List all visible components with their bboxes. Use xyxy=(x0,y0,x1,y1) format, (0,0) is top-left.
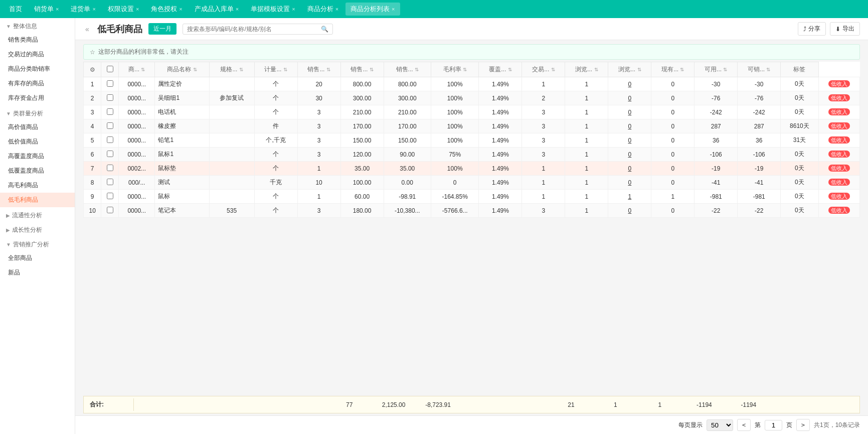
row-checkbox[interactable] xyxy=(107,207,113,213)
cell-name[interactable]: 橡皮擦 xyxy=(155,119,209,133)
select-all-checkbox[interactable] xyxy=(107,66,113,72)
sidebar-group-circulation[interactable]: ▶ 流通性分析 xyxy=(0,207,75,222)
cell-browse1[interactable]: 0 xyxy=(608,77,651,91)
nav-close-template[interactable]: × xyxy=(292,6,295,12)
cell-name[interactable]: 测试 xyxy=(155,176,209,190)
th-unit[interactable]: 计量... ⇅ xyxy=(254,62,297,77)
th-trade[interactable]: 交易... ⇅ xyxy=(522,62,565,77)
nav-roles[interactable]: 角色授权 × xyxy=(146,3,187,16)
sidebar-item-category-rate[interactable]: 商品分类助销率 xyxy=(0,62,75,76)
row-checkbox[interactable] xyxy=(107,122,113,129)
sidebar-group-cluster[interactable]: ▼ 类群量分析 xyxy=(0,105,75,120)
nav-close-purchase[interactable]: × xyxy=(92,6,95,12)
sidebar-item-high-value[interactable]: 高价值商品 xyxy=(0,120,75,134)
sidebar-item-low-coverage[interactable]: 低覆盖度商品 xyxy=(0,164,75,178)
sidebar-item-sales-goods[interactable]: 销售类商品 xyxy=(0,33,75,47)
sidebar-item-new-goods[interactable]: 新品 xyxy=(0,265,75,280)
cell-browse1[interactable]: 0 xyxy=(608,105,651,119)
nav-close-goods-analysis[interactable]: × xyxy=(335,6,338,12)
nav-goods-analysis-list[interactable]: 商品分析列表 × xyxy=(345,3,400,16)
per-page-select[interactable]: 50 100 200 xyxy=(707,419,733,431)
th-coverage[interactable]: 覆盖... ⇅ xyxy=(479,62,522,77)
nav-permissions[interactable]: 权限设置 × xyxy=(103,3,144,16)
row-checkbox[interactable] xyxy=(107,108,113,115)
sidebar-group-marketing[interactable]: ▼ 营销推广分析 xyxy=(0,236,75,251)
row-checkbox[interactable] xyxy=(107,94,113,101)
nav-finished-goods[interactable]: 产成品入库单 × xyxy=(190,3,244,16)
th-code[interactable]: 商... ⇅ xyxy=(119,62,155,77)
sidebar-item-low-value[interactable]: 低价值商品 xyxy=(0,134,75,149)
table-header-row: ⚙ 商... ⇅ 商品名称 ⇅ 规格... ⇅ 计量... ⇅ 销售... ⇅ … xyxy=(84,62,860,77)
row-checkbox[interactable] xyxy=(107,151,113,157)
cell-browse1[interactable]: 0 xyxy=(608,176,651,190)
sidebar-collapse-button[interactable]: « xyxy=(83,24,91,34)
th-sale-amt[interactable]: 销售... ⇅ xyxy=(340,62,384,77)
sidebar-item-in-stock[interactable]: 有库存的商品 xyxy=(0,76,75,91)
cell-browse1[interactable]: 0 xyxy=(608,133,651,148)
nav-close-roles[interactable]: × xyxy=(179,6,182,12)
nav-sales[interactable]: 销货单 × xyxy=(29,3,64,16)
sidebar-item-all-goods[interactable]: 全部商品 xyxy=(0,251,75,265)
next-page-button[interactable]: ＞ xyxy=(796,419,810,431)
th-settings[interactable]: ⚙ xyxy=(84,62,101,77)
cell-name[interactable]: 鼠标1 xyxy=(155,148,209,162)
th-avail[interactable]: 可用... ⇅ xyxy=(695,62,738,77)
th-tag[interactable]: 标签 xyxy=(781,62,818,77)
cell-name[interactable]: 笔记本 xyxy=(155,204,209,218)
sidebar-item-traded-goods[interactable]: 交易过的商品 xyxy=(0,47,75,62)
cell-name[interactable]: 吴细细1 xyxy=(155,91,209,105)
cell-name[interactable]: 属性定价 xyxy=(155,77,209,91)
th-gross-rate[interactable]: 毛利率 ⇅ xyxy=(431,62,478,77)
prev-page-button[interactable]: ＜ xyxy=(737,419,751,431)
nav-close-goods-analysis-list[interactable]: × xyxy=(392,6,395,12)
cell-browse1[interactable]: 0 xyxy=(608,148,651,162)
footer-empty-7 xyxy=(504,399,549,410)
sidebar-group-overall[interactable]: ▼ 整体信息 xyxy=(0,18,75,33)
th-browse2[interactable]: 浏览... ⇅ xyxy=(608,62,651,77)
top-nav: 首页 销货单 × 进货单 × 权限设置 × 角色授权 × 产成品入库单 × 单据… xyxy=(0,0,868,18)
th-saleable[interactable]: 可销... ⇅ xyxy=(738,62,781,77)
sidebar-item-high-margin[interactable]: 高毛利商品 xyxy=(0,178,75,193)
th-spec[interactable]: 规格... ⇅ xyxy=(209,62,254,77)
row-checkbox[interactable] xyxy=(107,179,113,185)
footer-stock: -1194 xyxy=(682,399,726,410)
sidebar-group-growth[interactable]: ▶ 成长性分析 xyxy=(0,222,75,236)
nav-close-permissions[interactable]: × xyxy=(136,6,139,12)
nav-close-sales[interactable]: × xyxy=(56,6,59,12)
th-sale-qty[interactable]: 销售... ⇅ xyxy=(297,62,340,77)
cell-browse1[interactable]: 0 xyxy=(608,204,651,218)
filter-recent-month-button[interactable]: 近一月 xyxy=(148,23,177,35)
th-sale-amt2[interactable]: 销售... ⇅ xyxy=(384,62,431,77)
search-icon[interactable]: 🔍 xyxy=(321,26,328,33)
cell-name[interactable]: 鼠标 xyxy=(155,190,209,204)
cell-name[interactable]: 电话机 xyxy=(155,105,209,119)
cell-name[interactable]: 鼠标垫 xyxy=(155,162,209,176)
row-checkbox[interactable] xyxy=(107,80,113,87)
export-button[interactable]: ⬇ 导出 xyxy=(830,22,860,36)
cell-checkbox xyxy=(101,162,119,176)
sidebar-item-stock-capital[interactable]: 库存资金占用 xyxy=(0,91,75,105)
nav-close-finished-goods[interactable]: × xyxy=(236,6,239,12)
th-stock[interactable]: 现有... ⇅ xyxy=(651,62,695,77)
sidebar-item-high-coverage[interactable]: 高覆盖度商品 xyxy=(0,149,75,164)
cell-avail: -76 xyxy=(738,91,781,105)
row-checkbox[interactable] xyxy=(107,165,113,171)
nav-purchase[interactable]: 进货单 × xyxy=(66,3,100,16)
share-button[interactable]: ⤴ 分享 xyxy=(798,22,826,36)
cell-browse1[interactable]: 1 xyxy=(608,190,651,204)
cell-browse2: 0 xyxy=(651,119,695,133)
search-input[interactable] xyxy=(187,26,318,33)
nav-template[interactable]: 单据模板设置 × xyxy=(246,3,300,16)
cell-browse1[interactable]: 0 xyxy=(608,91,651,105)
th-browse1[interactable]: 浏览... ⇅ xyxy=(565,62,608,77)
row-checkbox[interactable] xyxy=(107,193,113,199)
cell-browse1[interactable]: 0 xyxy=(608,119,651,133)
row-checkbox[interactable] xyxy=(107,136,113,143)
cell-browse1[interactable]: 0 xyxy=(608,162,651,176)
cell-name[interactable]: 铅笔1 xyxy=(155,133,209,148)
page-number-input[interactable] xyxy=(765,420,782,430)
th-name[interactable]: 商品名称 ⇅ xyxy=(155,62,209,77)
nav-home[interactable]: 首页 xyxy=(4,3,27,16)
sidebar-item-low-margin[interactable]: 低毛利商品 xyxy=(0,193,75,207)
nav-goods-analysis[interactable]: 商品分析 × xyxy=(302,3,343,16)
